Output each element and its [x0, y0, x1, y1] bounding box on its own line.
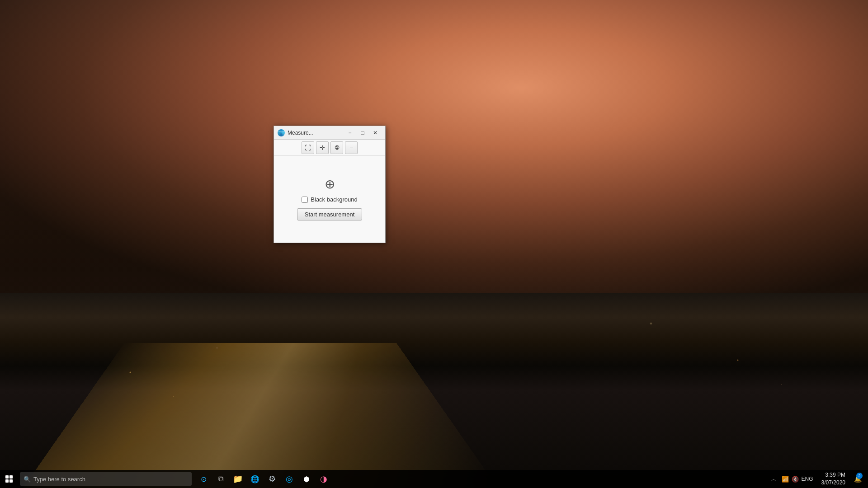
- windows-logo-icon: [5, 475, 13, 483]
- task-view-icon[interactable]: ⧉: [212, 471, 229, 487]
- taskbar-app-icons: ⊙ ⧉ 📁 🌐 ⚙ ◎ ⬢ ◑: [195, 471, 332, 487]
- window-app-icon: [278, 129, 285, 136]
- chrome-icon[interactable]: 🌐: [247, 471, 263, 487]
- ubisoft-symbol: ◎: [286, 474, 293, 484]
- tray-chevron-icon[interactable]: ︿: [770, 475, 777, 483]
- cortana-symbol: ⊙: [201, 475, 207, 483]
- explorer-icon[interactable]: 📁: [230, 471, 246, 487]
- toolbar-one-button[interactable]: ①: [330, 141, 343, 154]
- move-cursor-icon: ⊕: [325, 178, 335, 191]
- volume-icon[interactable]: 🔇: [792, 476, 799, 483]
- epic-symbol: ⬢: [303, 475, 310, 483]
- taskview-symbol: ⧉: [218, 475, 223, 483]
- black-background-checkbox[interactable]: [302, 197, 308, 203]
- maximize-button[interactable]: □: [356, 126, 369, 140]
- cortana-icon[interactable]: ⊙: [195, 471, 212, 487]
- search-placeholder-text: Type here to search: [33, 476, 85, 483]
- explorer-symbol: 📁: [233, 474, 243, 484]
- taskbar-search[interactable]: 🔍 Type here to search: [20, 472, 192, 486]
- toolbar-add-button[interactable]: ✛: [316, 141, 329, 154]
- color-picker-icon[interactable]: ◑: [316, 471, 332, 487]
- start-measurement-button[interactable]: Start measurement: [297, 208, 363, 221]
- window-controls: − □ ✕: [344, 126, 382, 140]
- close-button[interactable]: ✕: [369, 126, 382, 140]
- toolbar-fullscreen-button[interactable]: ⛶: [302, 141, 314, 154]
- tray-date: 3/07/2020: [821, 479, 845, 487]
- minimize-button[interactable]: −: [344, 126, 356, 140]
- checkbox-row: Black background: [302, 196, 357, 203]
- window-title: Measure...: [288, 130, 344, 136]
- window-content: ⊕ Black background Start measurement: [274, 156, 385, 243]
- notification-badge: 2: [856, 473, 863, 479]
- tray-clock[interactable]: 3:39 PM 3/07/2020: [818, 471, 849, 487]
- network-icon[interactable]: 📶: [782, 476, 789, 483]
- notification-center[interactable]: 🔔 2: [851, 470, 864, 488]
- search-icon: 🔍: [24, 476, 31, 483]
- language-indicator[interactable]: ENG: [802, 476, 813, 482]
- epic-games-icon[interactable]: ⬢: [298, 471, 315, 487]
- start-button[interactable]: [0, 470, 18, 488]
- colorpicker-symbol: ◑: [320, 474, 327, 484]
- steam-symbol: ⚙: [269, 474, 276, 484]
- toolbar-minus-button[interactable]: −: [345, 141, 358, 154]
- black-background-label[interactable]: Black background: [311, 196, 357, 203]
- desktop: Measure... − □ ✕ ⛶ ✛ ① − ⊕ Black backgro…: [0, 0, 868, 488]
- chrome-symbol: 🌐: [250, 475, 259, 483]
- window-toolbar: ⛶ ✛ ① −: [274, 140, 385, 156]
- taskbar: 🔍 Type here to search ⊙ ⧉ 📁 🌐 ⚙ ◎: [0, 470, 868, 488]
- system-tray: ︿ 📶 🔇 ENG 3:39 PM 3/07/2020 🔔 2: [767, 470, 868, 488]
- window-titlebar[interactable]: Measure... − □ ✕: [274, 126, 385, 140]
- steam-icon[interactable]: ⚙: [264, 471, 280, 487]
- tray-icons: 📶 🔇 ENG: [779, 476, 816, 483]
- measure-window: Measure... − □ ✕ ⛶ ✛ ① − ⊕ Black backgro…: [274, 126, 386, 243]
- ubisoft-icon[interactable]: ◎: [281, 471, 297, 487]
- tray-time: 3:39 PM: [825, 471, 845, 479]
